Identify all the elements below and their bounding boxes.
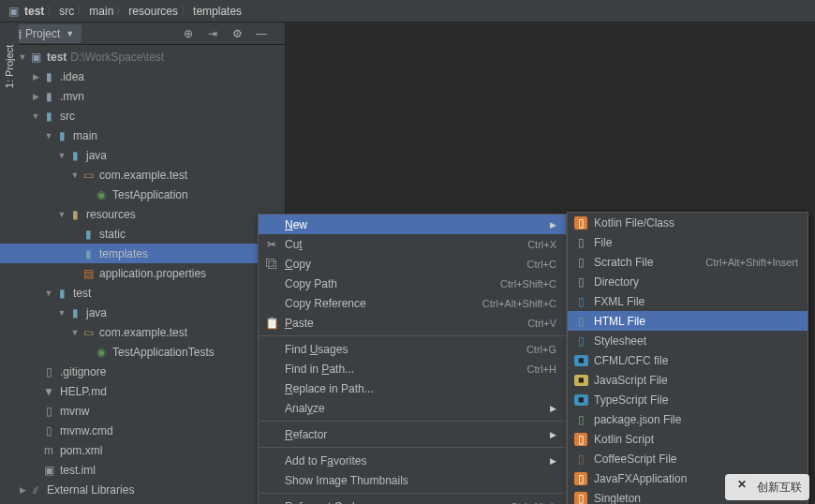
tree-row[interactable]: ▼ ▮ test (0, 283, 285, 303)
menu-item[interactable]: Find in Path... Ctrl+H (259, 359, 566, 378)
menu-item[interactable]: 📋 Paste Ctrl+V (259, 313, 566, 333)
tree-row[interactable]: ▼ ▮ main (0, 126, 285, 145)
expand-arrow-icon[interactable]: ▼ (69, 328, 81, 337)
hide-icon[interactable]: — (251, 23, 272, 44)
new-menu-item[interactable]: ▯ HTML File (568, 311, 808, 331)
menu-item[interactable]: Find Usages Ctrl+G (259, 339, 566, 359)
tree-row[interactable]: ▼ ▮ java (0, 303, 285, 322)
new-menu-item[interactable]: ▯ File (568, 232, 808, 252)
new-menu-item[interactable]: ▯ Scratch File Ctrl+Alt+Shift+Insert (568, 252, 808, 272)
menu-item[interactable]: Analyze ▶ (259, 398, 566, 418)
propfile-icon: ▤ (81, 266, 96, 281)
new-menu-item[interactable]: ◼ CFML/CFC file (568, 350, 808, 370)
tree-row[interactable]: ◉ TestApplicationTests (0, 342, 285, 362)
file-type-icon: ▯ (573, 215, 588, 230)
new-menu-item[interactable]: ▯ Stylesheet (568, 331, 808, 350)
menu-item[interactable]: Copy Path Ctrl+Shift+C (259, 274, 566, 293)
tree-row[interactable]: ▮ templates (0, 244, 285, 263)
tree-row[interactable]: ▶ ▮ .mvn (0, 86, 285, 106)
expand-arrow-icon[interactable]: ▶ (30, 72, 41, 82)
menu-item[interactable]: ✂ Cut Ctrl+X (259, 234, 566, 254)
tree-label: java (86, 306, 107, 319)
breadcrumb-item[interactable]: src (59, 5, 74, 18)
new-menu-item[interactable]: ▯ package.json File (568, 409, 808, 429)
expand-arrow-icon[interactable]: ▶ (17, 485, 28, 495)
menu-item-label: New (285, 218, 550, 231)
locate-icon[interactable]: ⊕ (178, 23, 199, 44)
collapse-icon[interactable]: ⇥ (202, 23, 223, 44)
expand-arrow-icon[interactable]: ▼ (56, 308, 67, 318)
menu-item[interactable]: Show Image Thumbnails (259, 470, 566, 490)
new-menu-item[interactable]: ▯ FXML File (568, 291, 808, 311)
tree-row[interactable]: ◉ TestApplication (0, 185, 285, 204)
tree-row[interactable]: ▼ ▣ test D:\WorkSpace\test (0, 47, 285, 67)
tree-row[interactable]: m pom.xml (0, 440, 285, 460)
expand-arrow-icon[interactable]: ▼ (43, 289, 54, 298)
tree-row[interactable]: ▼ ▮ src (0, 106, 285, 126)
new-menu-item[interactable]: ▯ Kotlin File/Class (568, 213, 808, 232)
tree-row[interactable]: ▼ ▭ com.example.test (0, 322, 285, 342)
sidebar-tab-project[interactable]: 1: Project (0, 24, 19, 109)
package-icon: ▭ (81, 325, 96, 340)
menu-item-label: Paste (285, 317, 509, 330)
new-menu-item[interactable]: ▯ Kotlin Script (568, 429, 808, 449)
folder-icon: ⫽ (28, 482, 43, 497)
menu-shortcut: Ctrl+G (526, 344, 556, 355)
tree-row[interactable]: ▮ static (0, 224, 285, 244)
file-type-icon: ▯ (573, 432, 588, 447)
menu-item-label: TypeScript File (594, 393, 798, 407)
menu-item-label: Copy (285, 258, 509, 271)
breadcrumb-item[interactable]: resources (128, 5, 178, 18)
file-type-icon: ▯ (573, 294, 588, 309)
tree-row[interactable]: ▶ ⫽ External Libraries (0, 480, 285, 499)
tree-row[interactable]: ▼ ▮ resources (0, 204, 285, 224)
menu-item[interactable]: ⿻ Copy Ctrl+C (259, 254, 566, 274)
folder-blue-icon: ▮ (54, 286, 69, 301)
new-menu-item[interactable]: ◼ TypeScript File (568, 390, 808, 409)
project-tree[interactable]: ▼ ▣ test D:\WorkSpace\test ▶ ▮ .idea ▶ ▮… (0, 45, 285, 504)
tree-row[interactable]: ▼ HELP.md (0, 381, 285, 401)
file-type-icon: ◼ (573, 373, 588, 388)
tree-row[interactable]: ▯ mvnw.cmd (0, 421, 285, 440)
tree-label: HELP.md (60, 385, 107, 398)
gear-icon[interactable]: ⚙ (227, 23, 247, 44)
project-tree-panel: ▤ Project ▼ ⊕ ⇥ ⚙ — ▼ ▣ test D:\WorkSpac… (0, 22, 286, 504)
tree-row[interactable]: ▤ application.properties (0, 263, 285, 283)
menu-item-label: Replace in Path... (285, 382, 556, 395)
expand-arrow-icon[interactable]: ▼ (30, 111, 41, 121)
expand-arrow-icon[interactable]: ▼ (43, 131, 54, 141)
tree-label: TestApplicationTests (112, 346, 215, 359)
menu-item[interactable]: Reformat Code Ctrl+Alt+L (259, 497, 566, 504)
menu-item[interactable]: New ▶ (259, 215, 566, 234)
tree-row[interactable]: ▣ test.iml (0, 460, 285, 480)
menu-item[interactable]: Replace in Path... (259, 378, 566, 398)
file-type-icon: ▯ (573, 491, 588, 505)
tree-row[interactable]: ▼ ▮ java (0, 145, 285, 165)
file-type-icon: ▯ (573, 274, 588, 289)
breadcrumb-item[interactable]: main (89, 5, 113, 18)
new-menu-item[interactable]: ▯ Directory (568, 272, 808, 291)
new-menu-item[interactable]: ◼ JavaScript File (568, 370, 808, 390)
menu-item[interactable]: Add to Favorites ▶ (259, 451, 566, 470)
menu-item-label: Analyze (285, 402, 550, 415)
tree-row[interactable]: ▼ ▭ com.example.test (0, 165, 285, 185)
new-menu-item[interactable]: ▯ CoffeeScript File (568, 449, 808, 468)
menu-separator (259, 447, 566, 448)
expand-arrow-icon[interactable]: ▶ (30, 92, 41, 101)
expand-arrow-icon[interactable]: ▼ (56, 151, 67, 160)
menu-item-label: Directory (594, 275, 798, 289)
tree-label: test (47, 51, 67, 64)
breadcrumb-item[interactable]: templates (193, 5, 242, 18)
expand-arrow-icon[interactable]: ▼ (69, 170, 81, 180)
breadcrumb-root[interactable]: test (24, 5, 44, 18)
tree-label: test (73, 287, 91, 300)
tree-row[interactable]: ▯ .gitignore (0, 362, 285, 381)
tree-row[interactable]: ▶ ▭ Scratches and Consoles (0, 499, 285, 504)
expand-arrow-icon[interactable]: ▼ (56, 210, 67, 219)
tree-row[interactable]: ▶ ▮ .idea (0, 67, 285, 86)
menu-item[interactable]: Copy Reference Ctrl+Alt+Shift+C (259, 293, 566, 313)
menu-item-label: Copy Path (285, 277, 482, 290)
tree-row[interactable]: ▯ mvnw (0, 401, 285, 421)
menu-item[interactable]: Refactor ▶ (259, 424, 566, 444)
folder-blue-icon: ▮ (54, 128, 69, 143)
